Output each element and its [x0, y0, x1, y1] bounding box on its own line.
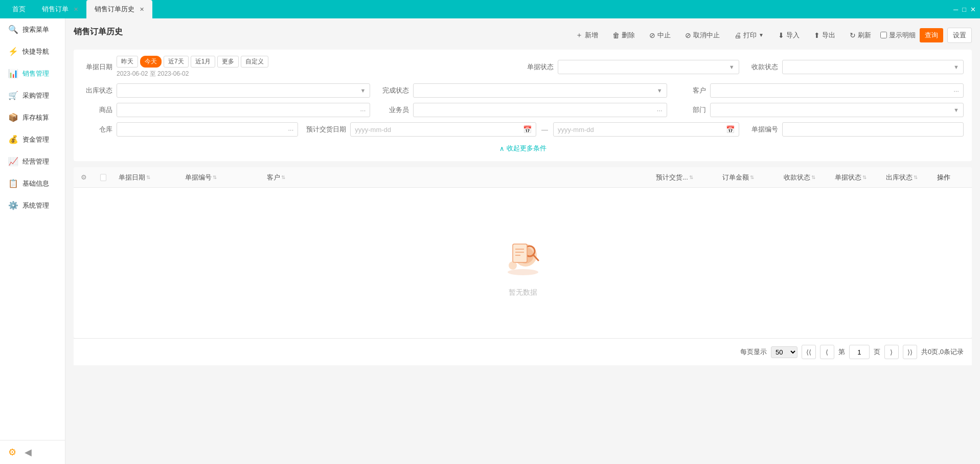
tab-home[interactable]: 首页 [4, 0, 34, 18]
sidebar-item-base-info[interactable]: 📋 基础信息 [0, 172, 65, 194]
sidebar-item-finance[interactable]: 💰 资金管理 [0, 128, 65, 150]
show-detail-checkbox[interactable]: 显示明细 [880, 31, 916, 40]
sidebar-settings-icon[interactable]: ⚙ [8, 447, 16, 458]
stop-button[interactable]: ⊘ 中止 [644, 28, 676, 42]
close-sales-order-tab[interactable]: ✕ [74, 6, 78, 13]
date-today-btn[interactable]: 今天 [140, 56, 162, 68]
refresh-button[interactable]: ↻ 刷新 [845, 28, 876, 42]
date-1month-btn[interactable]: 近1月 [191, 56, 216, 68]
collapse-label: 收起更多条件 [507, 144, 546, 153]
delivery-date-end[interactable]: yyyy-mm-dd 📅 [553, 122, 739, 137]
page-size-select[interactable]: 50 10 20 100 [771, 346, 797, 358]
pay-status-select[interactable]: ▼ [782, 60, 964, 74]
goods-ellipsis[interactable]: ··· [360, 106, 366, 114]
tab-sales-order[interactable]: 销售订单 ✕ [34, 0, 86, 18]
customer-filter-label: 客户 [675, 86, 706, 95]
export-button[interactable]: ⬆ 导出 [809, 28, 840, 42]
query-label: 查询 [925, 31, 938, 40]
complete-status-arrow: ▼ [657, 87, 663, 94]
sidebar-item-search-menu[interactable]: 🔍 搜索菜单 [0, 18, 65, 40]
date-range-text: 2023-06-02 至 2023-06-02 [117, 70, 515, 78]
delivery-date-label: 预计交货日期 [306, 125, 346, 134]
last-page-btn[interactable]: ⟩⟩ [903, 345, 917, 359]
goods-select[interactable]: ··· [117, 103, 370, 117]
table-settings-icon[interactable]: ⚙ [81, 173, 87, 181]
date-yesterday-btn[interactable]: 昨天 [117, 56, 138, 68]
sort-amount[interactable]: 订单金额 ⇅ [722, 173, 754, 182]
sidebar-item-operations[interactable]: 📈 经营管理 [0, 150, 65, 172]
sidebar-collapse-icon[interactable]: ◀ [25, 447, 32, 458]
first-page-btn[interactable]: ⟨⟨ [802, 345, 816, 359]
close-window-btn[interactable]: ✕ [970, 6, 976, 13]
sidebar-item-purchase[interactable]: 🛒 采购管理 [0, 84, 65, 106]
table-container: ⚙ 单据日期 ⇅ 单据编号 ⇅ [74, 167, 972, 338]
sort-order-status[interactable]: 单据状态 ⇅ [835, 173, 867, 182]
export-label: 导出 [822, 31, 835, 40]
settings-button[interactable]: 设置 [947, 28, 972, 43]
print-arrow-icon: ▼ [759, 32, 764, 38]
print-icon: 🖨 [734, 31, 741, 39]
cancel-stop-button[interactable]: ⊘ 取消中止 [680, 28, 725, 42]
tab-sales-order-label: 销售订单 [42, 5, 69, 14]
show-detail-input[interactable] [880, 32, 887, 38]
operations-icon: 📈 [8, 157, 18, 166]
svg-point-9 [509, 261, 517, 270]
pay-status-col-label: 收款状态 [784, 173, 810, 182]
sort-customer-icon: ⇅ [281, 175, 285, 180]
empty-illustration [497, 229, 549, 280]
empty-text: 暂无数据 [509, 288, 537, 297]
salesman-select[interactable]: ··· [413, 103, 667, 117]
sidebar-item-system[interactable]: ⚙️ 系统管理 [0, 194, 65, 216]
delivery-date-start[interactable]: yyyy-mm-dd 📅 [350, 122, 536, 137]
new-icon: ＋ [576, 31, 583, 40]
page-number-input[interactable] [849, 345, 870, 359]
department-select[interactable]: ▼ [710, 103, 964, 117]
collapse-button[interactable]: ∧ 收起更多条件 [82, 142, 964, 155]
tab-sales-order-history[interactable]: 销售订单历史 ✕ [86, 0, 152, 18]
delivery-start-calendar-icon[interactable]: 📅 [523, 125, 532, 134]
import-button[interactable]: ⬇ 导入 [773, 28, 805, 42]
customer-ellipsis[interactable]: ··· [953, 87, 959, 95]
sort-order-num[interactable]: 单据编号 ⇅ [185, 173, 217, 182]
import-icon: ⬇ [778, 31, 784, 39]
order-num-input[interactable] [782, 122, 964, 137]
sort-amount-icon: ⇅ [750, 175, 754, 180]
delivery-end-calendar-icon[interactable]: 📅 [726, 125, 735, 134]
date-more-btn[interactable]: 更多 [217, 56, 239, 68]
sort-pay-status[interactable]: 收款状态 ⇅ [784, 173, 815, 182]
table-col-order-status: 单据状态 ⇅ [829, 169, 880, 186]
sidebar-item-sales[interactable]: 📊 销售管理 [0, 62, 65, 84]
query-button[interactable]: 查询 [920, 28, 943, 42]
delete-button[interactable]: 🗑 删除 [607, 28, 640, 42]
table-col-checkbox[interactable] [94, 170, 112, 185]
date-custom-btn[interactable]: 自定义 [241, 56, 268, 68]
quick-nav-icon: ⚡ [8, 47, 18, 56]
order-num-filter-label: 单据编号 [747, 125, 778, 134]
sidebar-item-inventory[interactable]: 📦 库存核算 [0, 106, 65, 128]
minimize-btn[interactable]: ─ [953, 6, 958, 13]
prev-page-btn[interactable]: ⟨ [820, 345, 834, 359]
table-col-settings[interactable]: ⚙ [74, 169, 94, 185]
out-status-select[interactable]: ▼ [117, 83, 370, 98]
print-button[interactable]: 🖨 打印 ▼ [729, 28, 769, 42]
order-status-arrow: ▼ [729, 64, 735, 70]
date-label: 单据日期 [82, 62, 112, 72]
complete-status-select[interactable]: ▼ [413, 83, 667, 98]
sort-customer[interactable]: 客户 ⇅ [267, 173, 285, 182]
sort-date[interactable]: 单据日期 ⇅ [119, 173, 150, 182]
sort-out-status[interactable]: 出库状态 ⇅ [886, 173, 918, 182]
sidebar-item-quick-nav[interactable]: ⚡ 快捷导航 [0, 40, 65, 62]
filter-out-status: 出库状态 ▼ [82, 83, 370, 98]
customer-filter-select[interactable]: ··· [710, 83, 964, 98]
close-history-tab[interactable]: ✕ [140, 6, 144, 13]
next-page-btn[interactable]: ⟩ [884, 345, 899, 359]
warehouse-select[interactable]: ··· [117, 122, 298, 137]
salesman-ellipsis[interactable]: ··· [657, 106, 663, 114]
maximize-btn[interactable]: □ [962, 6, 966, 13]
sort-delivery[interactable]: 预计交货... ⇅ [656, 173, 693, 182]
order-status-select[interactable]: ▼ [558, 60, 739, 74]
select-all-checkbox[interactable] [100, 174, 106, 181]
new-button[interactable]: ＋ 新增 [571, 28, 603, 42]
warehouse-ellipsis[interactable]: ··· [288, 126, 293, 134]
date-7days-btn[interactable]: 近7天 [164, 56, 189, 68]
